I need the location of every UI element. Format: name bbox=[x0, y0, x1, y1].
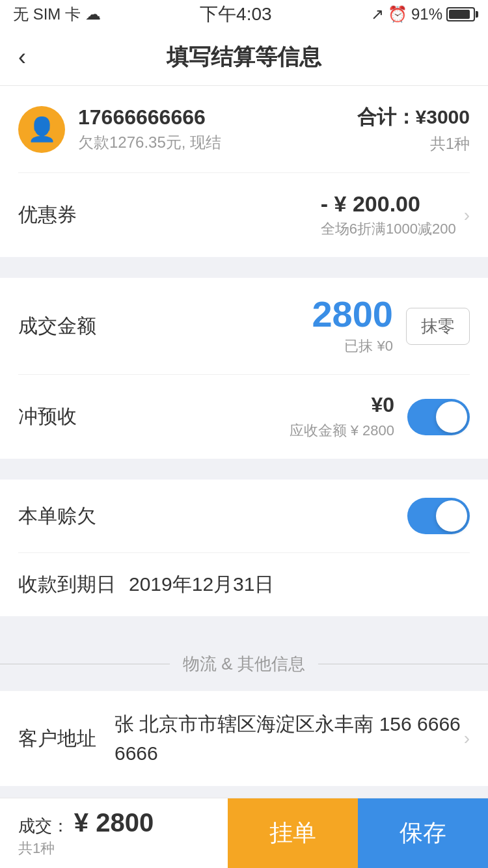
section-divider-2 bbox=[0, 469, 488, 480]
round-off-button[interactable]: 抹零 bbox=[406, 308, 470, 345]
avatar: 👤 bbox=[18, 106, 65, 153]
deal-row: 成交金额 2800 已抹 ¥0 抹零 bbox=[18, 278, 470, 375]
battery-fill bbox=[449, 10, 470, 19]
prepay-receivable: 应收金额 ¥ 2800 bbox=[290, 421, 394, 441]
logistics-line-left bbox=[0, 664, 170, 664]
logistics-line-right bbox=[318, 664, 488, 664]
section-divider-3 bbox=[0, 627, 488, 637]
deal-value-wrap: 2800 已抹 ¥0 抹零 bbox=[312, 296, 470, 356]
prepay-value-wrap: ¥0 应收金额 ¥ 2800 bbox=[290, 393, 470, 441]
address-row[interactable]: 客户地址 张 北京市市辖区海淀区永丰南 156 6666 6666 › bbox=[18, 691, 470, 786]
status-left: 无 SIM 卡 ☁ bbox=[13, 4, 101, 25]
customer-card: 👤 17666666666 欠款1276.35元, 现结 合计：¥3000 共1… bbox=[0, 86, 488, 257]
battery-icon bbox=[446, 7, 475, 21]
customer-subtitle: 欠款1276.35元, 现结 bbox=[78, 132, 221, 153]
prepay-amount: ¥0 bbox=[290, 393, 394, 417]
deal-amount: 2800 bbox=[312, 296, 393, 332]
customer-left: 👤 17666666666 欠款1276.35元, 现结 bbox=[18, 105, 221, 153]
summary-count: 共1种 bbox=[18, 839, 210, 858]
back-button[interactable]: ‹ bbox=[18, 44, 26, 71]
customer-row: 👤 17666666666 欠款1276.35元, 现结 合计：¥3000 共1… bbox=[18, 86, 470, 172]
section-divider-1 bbox=[0, 267, 488, 278]
coupon-row[interactable]: 优惠券 - ¥ 200.00 全场6折满1000减200 › bbox=[18, 172, 470, 257]
bottom-summary-line1: 成交： ¥ 2800 bbox=[18, 808, 210, 837]
logistics-label: 物流 & 其他信息 bbox=[183, 653, 305, 675]
credit-toggle-knob bbox=[436, 500, 467, 532]
total-count: 共1种 bbox=[357, 133, 470, 154]
save-button[interactable]: 保存 bbox=[358, 798, 488, 869]
coupon-right: - ¥ 200.00 全场6折满1000减200 › bbox=[321, 191, 470, 239]
coupon-discount: - ¥ 200.00 bbox=[321, 191, 456, 217]
due-date-label: 收款到期日 bbox=[18, 571, 116, 598]
prepay-label: 冲预收 bbox=[18, 403, 77, 430]
alarm-icon: ⏰ bbox=[388, 5, 407, 23]
status-time: 下午4:03 bbox=[200, 2, 272, 27]
bottom-bar: 成交： ¥ 2800 共1种 挂单 保存 bbox=[0, 798, 488, 868]
battery-percent: 91% bbox=[411, 5, 442, 23]
due-date-content: 收款到期日 2019年12月31日 bbox=[18, 571, 274, 598]
customer-phone: 17666666666 bbox=[78, 105, 221, 129]
address-card: 客户地址 张 北京市市辖区海淀区永丰南 156 6666 6666 › bbox=[0, 691, 488, 786]
summary-prefix: 成交： bbox=[18, 816, 69, 835]
address-value: 张 北京市市辖区海淀区永丰南 156 6666 6666 bbox=[115, 709, 464, 768]
address-label: 客户地址 bbox=[18, 726, 96, 752]
customer-right: 合计：¥3000 共1种 bbox=[357, 104, 470, 154]
bottom-summary: 成交： ¥ 2800 共1种 bbox=[0, 808, 228, 858]
coupon-label: 优惠券 bbox=[18, 202, 77, 228]
logistics-section: 物流 & 其他信息 bbox=[0, 637, 488, 691]
deal-label: 成交金额 bbox=[18, 313, 96, 340]
due-date-row: 收款到期日 2019年12月31日 bbox=[18, 553, 470, 616]
coupon-value-wrap: - ¥ 200.00 全场6折满1000减200 bbox=[321, 191, 456, 239]
credit-toggle[interactable] bbox=[407, 498, 470, 534]
credit-card: 本单赊欠 收款到期日 2019年12月31日 bbox=[0, 480, 488, 616]
location-icon: ↗ bbox=[371, 5, 384, 23]
prepay-amount-wrap: ¥0 应收金额 ¥ 2800 bbox=[290, 393, 394, 441]
due-date-value: 2019年12月31日 bbox=[129, 571, 274, 598]
total-amount: 合计：¥3000 bbox=[357, 104, 470, 131]
sim-label: 无 SIM 卡 ☁ bbox=[13, 4, 101, 25]
deal-card: 成交金额 2800 已抹 ¥0 抹零 冲预收 ¥0 应收金额 ¥ 2800 bbox=[0, 278, 488, 459]
coupon-detail: 全场6折满1000减200 bbox=[321, 219, 456, 239]
summary-amount: ¥ 2800 bbox=[74, 808, 154, 837]
avatar-icon: 👤 bbox=[27, 116, 57, 143]
coupon-chevron-icon: › bbox=[464, 205, 470, 226]
toggle-knob bbox=[436, 401, 467, 433]
deal-amount-wrap: 2800 已抹 ¥0 bbox=[312, 296, 393, 356]
credit-row: 本单赊欠 bbox=[18, 480, 470, 553]
prepay-row: 冲预收 ¥0 应收金额 ¥ 2800 bbox=[18, 375, 470, 459]
status-right: ↗ ⏰ 91% bbox=[371, 5, 475, 23]
nav-bar: ‹ 填写结算等信息 bbox=[0, 29, 488, 86]
status-bar: 无 SIM 卡 ☁ 下午4:03 ↗ ⏰ 91% bbox=[0, 0, 488, 29]
page-title: 填写结算等信息 bbox=[167, 42, 321, 72]
hold-button[interactable]: 挂单 bbox=[228, 798, 358, 869]
address-chevron-icon: › bbox=[464, 728, 470, 749]
deal-rounded: 已抹 ¥0 bbox=[312, 336, 393, 356]
credit-label: 本单赊欠 bbox=[18, 503, 96, 530]
prepay-toggle[interactable] bbox=[407, 399, 470, 435]
customer-info: 17666666666 欠款1276.35元, 现结 bbox=[78, 105, 221, 153]
